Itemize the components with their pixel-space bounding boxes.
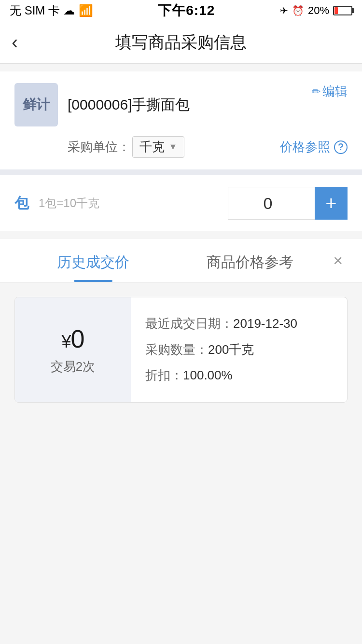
tabs-container: 历史成交价 商品价格参考 ×	[0, 239, 362, 282]
unit-label: 采购单位：	[68, 140, 130, 154]
quantity-plus-button[interactable]: +	[315, 187, 348, 220]
tab-price-reference[interactable]: 商品价格参考	[171, 239, 328, 282]
price-card: ¥0 交易2次 最近成交日期：2019-12-30 采购数量：200千克 折扣：…	[14, 297, 348, 403]
quantity-unit-hint: 1包=10千克	[39, 196, 218, 211]
battery-percent: 20%	[308, 4, 329, 17]
recent-date-line: 最近成交日期：2019-12-30	[145, 314, 333, 334]
edit-button[interactable]: ✏ 编辑	[312, 83, 348, 100]
discount-line: 折扣：100.00%	[145, 365, 333, 386]
unit-label-text: 采购单位： 千克 ▼	[68, 136, 184, 158]
product-left: 鲜计 [0000006]手撕面包	[14, 83, 190, 126]
status-bar: 无 SIM 卡 ☁ 📶 下午6:12 ✈ ⏰ 20%	[0, 0, 362, 21]
info-icon: ?	[334, 140, 348, 154]
product-thumbnail: 鲜计	[14, 83, 58, 126]
alarm-icon: ⏰	[292, 5, 304, 16]
transaction-count: 交易2次	[51, 358, 95, 375]
section-divider	[0, 169, 362, 175]
quantity-row: 包 1包=10千克 +	[0, 175, 362, 231]
back-button[interactable]: ‹	[12, 31, 18, 53]
product-unit-row: 采购单位： 千克 ▼ 价格参照 ?	[14, 136, 348, 158]
wifi-icon: 📶	[79, 4, 93, 17]
price-card-right: 最近成交日期：2019-12-30 采购数量：200千克 折扣：100.00%	[131, 297, 347, 402]
dropdown-arrow-icon: ▼	[168, 142, 177, 152]
price-amount: ¥0	[62, 324, 84, 353]
unit-value: 千克	[139, 139, 165, 155]
purchase-qty-line: 采购数量：200千克	[145, 340, 333, 360]
product-section: 鲜计 [0000006]手撕面包 ✏ 编辑 采购单位： 千克 ▼ 价格参照 ?	[0, 71, 362, 169]
tab-close-button[interactable]: ×	[328, 251, 348, 270]
quantity-input-group: +	[228, 187, 348, 220]
tab-active-indicator	[74, 280, 112, 282]
card-container: ¥0 交易2次 最近成交日期：2019-12-30 采购数量：200千克 折扣：…	[0, 282, 362, 417]
product-name: [0000006]手撕面包	[68, 95, 190, 115]
tab-history-price[interactable]: 历史成交价	[14, 239, 171, 282]
status-left: 无 SIM 卡 ☁ 📶	[10, 3, 93, 18]
location-icon: ✈	[280, 5, 288, 16]
quantity-unit-badge: 包	[14, 194, 29, 213]
unit-selector[interactable]: 千克 ▼	[132, 136, 184, 158]
product-header: 鲜计 [0000006]手撕面包 ✏ 编辑	[14, 83, 348, 126]
price-card-left: ¥0 交易2次	[15, 297, 131, 402]
quantity-input[interactable]	[228, 187, 315, 220]
currency-symbol: ¥	[62, 332, 71, 351]
edit-icon: ✏	[312, 85, 320, 98]
battery-icon	[333, 6, 352, 15]
status-time: 下午6:12	[158, 1, 215, 20]
signal-text: 无 SIM 卡 ☁	[10, 3, 75, 18]
price-reference-button[interactable]: 价格参照 ?	[280, 139, 348, 155]
nav-bar: ‹ 填写商品采购信息	[0, 21, 362, 64]
status-right: ✈ ⏰ 20%	[280, 4, 352, 17]
page-title: 填写商品采购信息	[115, 31, 247, 54]
tabs-header: 历史成交价 商品价格参考 ×	[0, 239, 362, 282]
